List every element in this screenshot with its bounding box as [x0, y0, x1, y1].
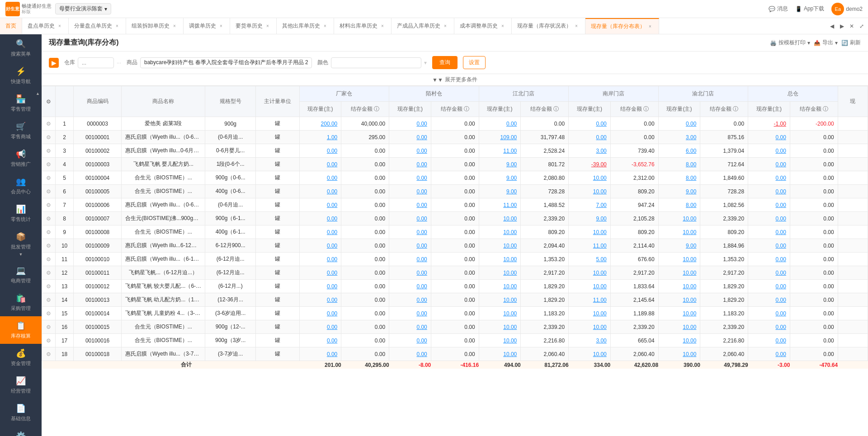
qty-link[interactable]: 10.00 [503, 243, 517, 249]
qty-link[interactable]: -1.00 [774, 121, 786, 127]
tab-pandian[interactable]: 盘点单历史 × [22, 18, 69, 34]
qty-link[interactable]: 0.00 [775, 270, 786, 276]
sidebar-item-finance[interactable]: 💰 资金管理 [0, 344, 42, 371]
qty-link[interactable]: 11.00 [593, 297, 607, 303]
tab-prev-btn[interactable]: ◀ [827, 22, 836, 31]
print-template-btn[interactable]: 🖨️ 按模板打印 ▾ [770, 39, 810, 47]
qty-link[interactable]: 0.00 [775, 310, 786, 317]
qty-link[interactable]: 0.00 [327, 202, 337, 208]
qty-link[interactable]: 0.00 [416, 310, 427, 317]
qty-link[interactable]: 9.00 [506, 188, 517, 195]
qty-link[interactable]: 0.00 [416, 121, 427, 127]
qty-link[interactable]: 0.00 [327, 161, 337, 168]
sidebar-item-ecom[interactable]: 💻 电商管理 [0, 261, 42, 289]
qty-link[interactable]: 0.00 [327, 175, 337, 181]
tab-chengbentiaozhen[interactable]: 成本调整单历史 × [454, 18, 512, 34]
td-gear[interactable]: ⚙ [42, 280, 56, 293]
setting-button[interactable]: 设置 [463, 56, 486, 69]
qty-link[interactable]: 10.00 [593, 324, 607, 330]
qty-link[interactable]: 6.00 [686, 148, 696, 154]
sidebar-item-retail-mall[interactable]: 🛒 零售商城 [0, 117, 42, 145]
tab-zuzhuan[interactable]: 组装拆卸单历史 × [126, 18, 184, 34]
qty-link[interactable]: 10.00 [593, 229, 607, 235]
qty-link[interactable]: 9.00 [596, 216, 606, 222]
qty-link[interactable]: 10.00 [683, 270, 696, 276]
qty-link[interactable]: 0.00 [327, 324, 337, 330]
td-gear[interactable]: ⚙ [42, 266, 56, 280]
qty-link[interactable]: 0.00 [775, 202, 786, 208]
sidebar-item-quicknav[interactable]: ⚡ 快捷导航 [0, 62, 42, 89]
qty-link[interactable]: 3.00 [596, 338, 606, 344]
sidebar-item-system[interactable]: ⚙️ 系统管理 [0, 427, 42, 436]
qty-link[interactable]: 10.00 [593, 188, 607, 195]
qty-link[interactable]: 0.00 [416, 243, 427, 249]
message-btn[interactable]: 💬 消息 [769, 5, 788, 13]
td-gear[interactable]: ⚙ [42, 253, 56, 266]
qty-link[interactable]: 0.00 [327, 283, 337, 290]
qty-link[interactable]: 10.00 [503, 351, 517, 357]
qty-link[interactable]: 0.00 [327, 310, 337, 317]
qty-link[interactable]: 9.00 [506, 161, 517, 168]
qty-link[interactable]: 10.00 [593, 351, 607, 357]
qty-link[interactable]: 10.00 [593, 283, 607, 290]
tab-close-yaohuo[interactable]: × [264, 23, 271, 29]
td-gear[interactable]: ⚙ [42, 198, 56, 212]
qty-link[interactable]: 109.00 [500, 134, 517, 141]
qty-link[interactable]: 0.00 [416, 256, 427, 263]
qty-link[interactable]: 0.00 [416, 148, 427, 154]
qty-link[interactable]: 10.00 [683, 324, 696, 330]
tab-fenpandian[interactable]: 分量盘点单历史 × [69, 18, 126, 34]
qty-link[interactable]: 9.00 [686, 188, 696, 195]
qty-link[interactable]: 10.00 [683, 256, 696, 263]
qty-link[interactable]: 0.00 [416, 324, 427, 330]
qty-link[interactable]: 0.00 [327, 256, 337, 263]
sidebar-item-retail-mgmt[interactable]: 🏪 零售管理 ▲ [0, 89, 42, 117]
search-button[interactable]: 查询 [432, 56, 458, 69]
qty-link[interactable]: 0.00 [775, 134, 786, 141]
qty-link[interactable]: 7.00 [596, 202, 606, 208]
color-input[interactable] [331, 57, 421, 68]
tab-home[interactable]: 首页 [0, 18, 22, 34]
qty-link[interactable]: 0.00 [596, 134, 606, 141]
tab-diaibo[interactable]: 调拨单历史 × [184, 18, 230, 34]
qty-link[interactable]: 0.00 [327, 351, 337, 357]
qty-link[interactable]: 1.00 [327, 134, 337, 141]
qty-link[interactable]: 0.00 [416, 175, 427, 181]
qty-link[interactable]: 0.00 [416, 351, 427, 357]
tab-qitachuku[interactable]: 其他出库单历史 × [277, 18, 334, 34]
qty-link[interactable]: 10.00 [683, 216, 696, 222]
sidebar-item-operations[interactable]: 📈 经营管理 [0, 371, 42, 399]
qty-link[interactable]: 3.00 [596, 148, 606, 154]
sidebar-item-member[interactable]: 👥 会员中心 [0, 172, 42, 200]
qty-link[interactable]: 0.00 [775, 297, 786, 303]
qty-link[interactable]: 10.00 [503, 338, 517, 344]
qty-link[interactable]: 0.00 [327, 270, 337, 276]
table-container[interactable]: ⚙ 商品编码 商品名称 规格型号 主计量单位 厂家仓 陌村仓 江北门店 南岸门店… [42, 86, 868, 436]
qty-link[interactable]: 10.00 [503, 229, 517, 235]
tab-close-cailiaochuku[interactable]: × [379, 23, 386, 29]
industry-selector[interactable]: 母婴行业演示陈套 ▾ [55, 3, 111, 14]
qty-link[interactable]: 11.00 [503, 202, 517, 208]
qty-link[interactable]: 0.00 [775, 256, 786, 263]
qty-link[interactable]: 10.00 [683, 283, 696, 290]
td-gear[interactable]: ⚙ [42, 185, 56, 198]
qty-link[interactable]: 10.00 [503, 283, 517, 290]
qty-link[interactable]: 9.00 [686, 243, 696, 249]
tab-close-xiancunzhuangkuang[interactable]: × [573, 23, 580, 29]
tab-close-diaibo[interactable]: × [218, 23, 224, 29]
tab-close-all-btn[interactable]: ✕ [847, 22, 856, 31]
td-gear[interactable]: ⚙ [42, 212, 56, 225]
qty-link[interactable]: 0.00 [327, 216, 337, 222]
qty-link[interactable]: 0.00 [416, 270, 427, 276]
qty-link[interactable]: 10.00 [683, 229, 696, 235]
qty-link[interactable]: 10.00 [503, 324, 517, 330]
qty-link[interactable]: 0.00 [775, 161, 786, 168]
qty-link[interactable]: 200.00 [321, 121, 338, 127]
qty-link[interactable]: 0.00 [327, 243, 337, 249]
qty-link[interactable]: 0.00 [775, 283, 786, 290]
td-gear[interactable]: ⚙ [42, 117, 56, 131]
qty-link[interactable]: 0.00 [416, 229, 427, 235]
qty-link[interactable]: 0.00 [416, 161, 427, 168]
qty-link[interactable]: 10.00 [593, 310, 607, 317]
td-gear[interactable]: ⚙ [42, 307, 56, 320]
